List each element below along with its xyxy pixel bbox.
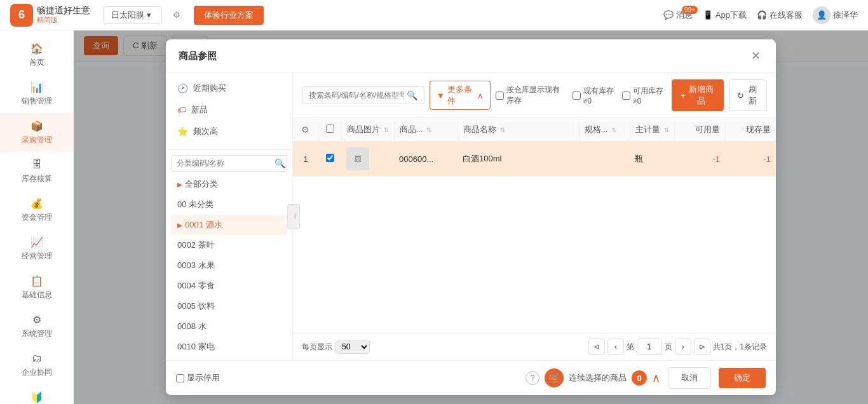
show-disabled-checkbox[interactable] (176, 374, 184, 382)
category-00[interactable]: 00 未分类 (171, 194, 287, 215)
prev-page-button[interactable]: ‹ (607, 339, 624, 355)
cell-spec (579, 142, 630, 177)
operation-icon: 📈 (31, 236, 43, 248)
product-search-wrap: 🔍 (302, 86, 424, 104)
left-tabs: 🕐 近期购买 🏷 新品 ⭐ 频次高 (166, 78, 292, 142)
category-0003[interactable]: 0003 水果 (171, 255, 287, 276)
sidebar-item-basic[interactable]: 📋 基础信息 (0, 268, 73, 307)
sidebar-item-system[interactable]: ⚙ 系统管理 (0, 307, 73, 346)
help-icon[interactable]: ? (526, 371, 539, 385)
cart-collapse-icon[interactable]: ∧ (652, 371, 660, 385)
category-search-input[interactable] (177, 159, 272, 168)
inventory-icon: 🗄 (31, 158, 43, 171)
category-0004[interactable]: 0004 零食 (171, 276, 287, 296)
basic-icon: 📋 (31, 274, 43, 287)
th-checkbox (318, 118, 341, 142)
sidebar-item-sales[interactable]: 📊 销售管理 (0, 74, 73, 113)
new-products-tab[interactable]: 🏷 新品 (171, 100, 287, 120)
category-search-icon[interactable]: 🔍 (275, 158, 285, 168)
sidebar-item-home[interactable]: 🏠 首页 (0, 36, 73, 74)
category-all[interactable]: ▶ 全部分类 (171, 174, 287, 194)
category-0010[interactable]: 0010 家电 (171, 337, 287, 355)
nav-right: 💬 消息 99+ 📱 App下载 🎧 在线客服 👤 徐泽华 (663, 6, 858, 24)
image-icon: 🖼 (355, 155, 362, 163)
product-search-bar: 🔍 ▼ 更多条件 ∧ 按仓库显示现有库存 (293, 73, 776, 118)
finance-icon: 💰 (31, 197, 43, 210)
store-select[interactable]: 日太阳膜 ▾ (103, 6, 162, 24)
frequent-tab[interactable]: ⭐ 频次高 (171, 121, 287, 142)
message-badge: 99+ (682, 6, 698, 14)
nonzero-stock-checkbox[interactable] (573, 91, 581, 100)
code-sort[interactable]: 商品... ⇅ (400, 124, 452, 135)
user-nav[interactable]: 👤 徐泽华 (813, 6, 858, 24)
more-filters-button[interactable]: ▼ 更多条件 ∧ (430, 81, 491, 110)
product-thumbnail: 🖼 (346, 147, 369, 170)
clock-icon: 🕐 (177, 83, 188, 93)
sales-icon: 📊 (31, 81, 43, 93)
recent-purchase-tab[interactable]: 🕐 近期购买 (171, 78, 287, 98)
category-0002[interactable]: 0002 茶叶 (171, 235, 287, 255)
sidebar-item-inventory[interactable]: 🗄 库存核算 (0, 152, 73, 191)
cell-stock: -1 (725, 142, 776, 177)
confirm-button[interactable]: 确定 (719, 368, 766, 388)
collapse-panel-button[interactable]: 《 (287, 204, 300, 229)
page-size-select[interactable]: 10 20 50 100 (335, 340, 370, 354)
column-settings-icon[interactable]: ⚙ (301, 125, 309, 135)
first-page-button[interactable]: ⊲ (588, 339, 605, 355)
message-icon: 💬 (663, 10, 674, 20)
warehouse-stock-checkbox[interactable] (496, 91, 504, 100)
row-checkbox[interactable] (326, 154, 334, 162)
sidebar-item-guide[interactable]: 🔰 新手引导 (0, 384, 73, 404)
table-header-row: ⚙ 商品图片 ⇅ (293, 118, 776, 142)
cart-section: ? 🛒 连续选择的商品 0 ∧ (526, 368, 660, 387)
close-button[interactable]: ✕ (748, 48, 763, 64)
main-layout: 🏠 首页 📊 销售管理 📦 采购管理 🗄 库存核算 💰 资金管理 📈 经营管理 … (0, 30, 868, 404)
settings-icon[interactable]: ⚙ (167, 6, 186, 25)
headphone-icon: 🎧 (757, 10, 767, 20)
category-0008[interactable]: 0008 水 (171, 316, 287, 337)
customer-service-nav[interactable]: 🎧 在线客服 (757, 10, 803, 21)
spec-sort-icon: ⇅ (611, 126, 616, 133)
app-download-nav[interactable]: 📱 App下载 (703, 10, 747, 21)
top-nav: 6 畅捷通好生意 精简版 日太阳膜 ▾ ⚙ 体验行业方案 💬 消息 99+ 📱 … (0, 0, 868, 30)
last-page-button[interactable]: ⊳ (694, 339, 710, 355)
name-sort[interactable]: 商品名称 ⇅ (463, 124, 574, 135)
product-search-input[interactable] (309, 91, 404, 100)
cell-image: 🖼 (341, 142, 394, 177)
active-expand-icon: ▶ (177, 222, 182, 229)
refresh-button[interactable]: ↻ 刷新 (729, 79, 767, 111)
category-0001[interactable]: ▶ 0001 酒水 (171, 215, 287, 235)
th-spec: 规格... ⇅ (579, 118, 630, 142)
th-settings: ⚙ (293, 118, 318, 142)
sidebar-item-finance[interactable]: 💰 资金管理 (0, 191, 73, 229)
sidebar-item-purchase[interactable]: 📦 采购管理 (0, 113, 73, 152)
logo-icon: 6 (10, 4, 33, 27)
trial-button[interactable]: 体验行业方案 (194, 6, 264, 25)
category-0005[interactable]: 0005 饮料 (171, 296, 287, 316)
nonzero-stock-checkbox-wrap: 现有库存≠0 (573, 86, 617, 105)
expand-icon: ▶ (177, 181, 182, 188)
image-sort[interactable]: 商品图片 ⇅ (347, 124, 389, 135)
sidebar-item-operation[interactable]: 📈 经营管理 (0, 229, 73, 268)
spec-sort[interactable]: 规格... ⇅ (585, 124, 625, 135)
messages-nav[interactable]: 💬 消息 99+ (663, 10, 693, 21)
page-number-input[interactable] (637, 339, 662, 355)
th-code: 商品... ⇅ (394, 118, 458, 142)
cancel-button[interactable]: 取消 (668, 367, 711, 389)
next-page-button[interactable]: › (675, 339, 691, 355)
guide-icon: 🔰 (31, 391, 43, 403)
avail-stock-checkbox[interactable] (622, 91, 630, 100)
unit-sort[interactable]: 主计量 ⇅ (635, 124, 669, 135)
page-total: 共1页，1条记录 (713, 342, 767, 353)
sidebar-item-corp[interactable]: 🗂 企业协同 (0, 346, 73, 384)
table-row[interactable]: 1 🖼 (293, 142, 776, 177)
right-panel: 🔍 ▼ 更多条件 ∧ 按仓库显示现有库存 (293, 73, 776, 360)
select-all-checkbox[interactable] (326, 125, 334, 133)
system-icon: ⚙ (31, 313, 43, 326)
page-label: 第 (627, 342, 634, 353)
search-bar-actions: + 新增商品 ↻ 刷新 (672, 79, 767, 111)
search-icon[interactable]: 🔍 (407, 90, 417, 100)
add-product-button[interactable]: + 新增商品 (672, 79, 723, 111)
cart-icon[interactable]: 🛒 (545, 368, 564, 387)
th-image: 商品图片 ⇅ (341, 118, 394, 142)
